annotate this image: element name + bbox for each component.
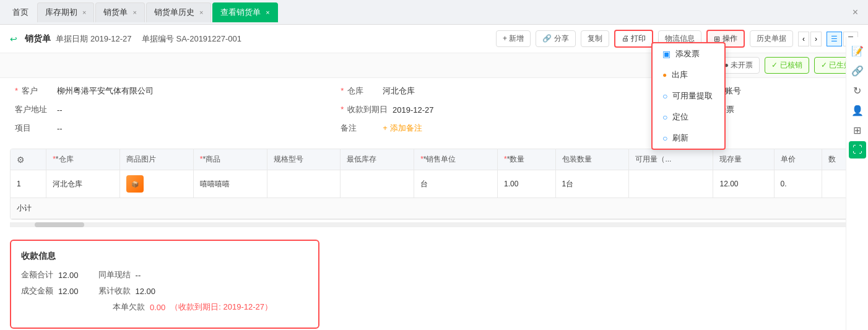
- history-button[interactable]: 历史单据: [750, 30, 793, 47]
- due-date-value: 2019-12-27: [393, 105, 434, 115]
- project-value: --: [57, 124, 63, 133]
- sidebar-expand-icon[interactable]: ⛶: [849, 141, 866, 158]
- dropdown-item-add-invoice[interactable]: ▣ 添发票: [653, 43, 724, 64]
- row-sales-unit: 台: [414, 170, 498, 198]
- debt-date: （收款到期日: 2019-12-27）: [170, 302, 272, 313]
- col-pack-qty: 包装数量: [555, 149, 629, 170]
- tab-view-sales-close[interactable]: ×: [266, 9, 269, 16]
- payment-debt: 本单欠款 0.00 （收款到期日: 2019-12-27）: [113, 302, 272, 313]
- payment-info: 收款信息 金额合计 12.00 同单现结 -- 成交金额 12.00 累计收款: [10, 240, 319, 329]
- sidebar-user-icon[interactable]: 👤: [849, 102, 866, 119]
- cumulative-label: 累计收款: [98, 285, 131, 297]
- sidebar-table-icon[interactable]: ⊞: [849, 121, 866, 139]
- nav-next[interactable]: ›: [810, 32, 822, 46]
- doc-number-value: SA-20191227-001: [176, 34, 242, 43]
- dropdown-item-locate[interactable]: ○ 定位: [653, 106, 724, 128]
- doc-title: 销货单: [25, 33, 51, 45]
- locate-icon: ○: [662, 112, 667, 122]
- col-gear[interactable]: ⚙: [11, 149, 46, 170]
- col-unit-price: 单价: [774, 149, 822, 170]
- window-close-button[interactable]: ×: [848, 4, 863, 20]
- note-label: 备注: [341, 123, 378, 134]
- row-num: 1: [11, 170, 46, 198]
- form-row-1: * 客户 柳州粤港平安气体有限公司 * 仓库 河北仓库 业务员 演示账号: [15, 85, 853, 97]
- project-label: 项目: [15, 123, 52, 134]
- gear-icon[interactable]: ⚙: [17, 155, 25, 165]
- nav-prev[interactable]: ‹: [798, 32, 809, 46]
- table-header-row: ⚙ **仓库 商品图片 **商品 规格型号 最低库存 **销售单位 **数量 包…: [11, 149, 857, 170]
- payment-title: 收款信息: [21, 251, 308, 262]
- col-quantity: **数量: [498, 149, 556, 170]
- warehouse-label: * 仓库: [341, 85, 378, 97]
- tab-sales-order-label: 销货单: [103, 7, 128, 18]
- sidebar-rotate-icon[interactable]: ↻: [849, 82, 866, 99]
- tab-home[interactable]: 首页: [5, 2, 36, 22]
- data-table: ⚙ **仓库 商品图片 **商品 规格型号 最低库存 **销售单位 **数量 包…: [11, 149, 857, 219]
- qty-extract-label: 可用量提取: [672, 90, 713, 102]
- sidebar-edit-icon[interactable]: 📝: [849, 42, 866, 59]
- row-pack-qty: 1台: [555, 170, 629, 198]
- tab-view-sales-label: 查看销货单: [220, 7, 261, 18]
- customer-field: * 客户 柳州粤港平安气体有限公司: [15, 85, 326, 97]
- payment-settle: 同单现结 --: [98, 269, 141, 280]
- dropdown-item-out-warehouse[interactable]: ● 出库: [653, 64, 724, 85]
- row-current-stock: 12.00: [713, 170, 774, 198]
- form-row-3: 项目 -- 备注 + 添加备注 * 业务员孟 --: [15, 123, 853, 134]
- payment-row-3: 本单欠款 0.00 （收款到期日: 2019-12-27）: [21, 302, 308, 313]
- req-star-2: *: [341, 86, 344, 95]
- add-invoice-label: 添发票: [675, 48, 700, 59]
- product-image: 📦: [126, 175, 144, 193]
- total-label: 金额合计: [21, 269, 53, 280]
- toolbar: ↩ 销货单 单据日期 2019-12-27 单据编号 SA-20191227-0…: [0, 25, 868, 53]
- settle-label: 同单现结: [98, 269, 131, 280]
- col-warehouse: **仓库: [46, 149, 120, 170]
- checked-button[interactable]: ✓ 已核销: [765, 57, 809, 74]
- payment-row-2: 成交金额 12.00 累计收款 12.00: [21, 285, 308, 297]
- due-date-field: * 收款到期日 2019-12-27: [341, 104, 651, 115]
- dropdown-item-refresh[interactable]: ○ 刷新: [653, 128, 724, 149]
- tab-inventory-init[interactable]: 库存期初 ×: [37, 2, 94, 22]
- tab-sales-history-close[interactable]: ×: [199, 9, 203, 16]
- doc-meta: 单据日期 2019-12-27 单据编号 SA-20191227-001: [56, 33, 241, 45]
- col-available: 可用量（...: [629, 149, 713, 170]
- address-value: --: [57, 105, 63, 115]
- tab-sales-order[interactable]: 销货单 ×: [95, 2, 144, 22]
- qty-extract-icon: ○: [662, 91, 667, 101]
- tab-sales-order-close[interactable]: ×: [132, 9, 136, 16]
- row-min-stock: [341, 170, 414, 198]
- row-unit-price: 0.: [774, 170, 822, 198]
- row-available: [629, 170, 713, 198]
- warehouse-value: 河北仓库: [383, 85, 415, 97]
- tab-inventory-init-close[interactable]: ×: [82, 9, 86, 16]
- print-button[interactable]: 🖨 打印: [614, 30, 653, 48]
- share-button[interactable]: 🔗 分享: [536, 30, 575, 47]
- row-warehouse: 河北仓库: [46, 170, 120, 198]
- add-invoice-icon: ▣: [662, 49, 671, 59]
- horizontal-scrollbar[interactable]: [10, 222, 858, 227]
- nav-arrows: ‹ ›: [798, 32, 822, 46]
- col-min-stock: 最低库存: [341, 149, 414, 170]
- deal-value: 12.00: [58, 287, 79, 296]
- deal-label: 成交金额: [21, 285, 53, 297]
- tab-sales-history[interactable]: 销货单历史 ×: [146, 2, 211, 22]
- copy-button[interactable]: 复制: [581, 30, 609, 47]
- col-sales-unit: **销售单位: [414, 149, 498, 170]
- debt-value: 0.00: [150, 303, 165, 312]
- note-field: 备注 + 添加备注: [341, 123, 651, 134]
- debt-label: 本单欠款: [113, 302, 145, 313]
- tab-view-sales[interactable]: 查看销货单 ×: [212, 2, 277, 22]
- sidebar-link-icon[interactable]: 🔗: [849, 62, 866, 79]
- refresh-icon: ○: [662, 133, 667, 143]
- form-section: * 客户 柳州粤港平安气体有限公司 * 仓库 河北仓库 业务员 演示账号 客户地…: [0, 78, 868, 149]
- out-warehouse-label: 出库: [672, 69, 688, 80]
- row-quantity: 1.00: [498, 170, 556, 198]
- note-add-btn[interactable]: + 添加备注: [383, 123, 422, 134]
- new-button[interactable]: + 新增: [496, 30, 531, 47]
- customer-value: 柳州粤港平安气体有限公司: [57, 85, 154, 97]
- dropdown-item-qty-extract[interactable]: ○ 可用量提取: [653, 85, 724, 106]
- view-list-btn[interactable]: ☰: [827, 32, 842, 46]
- scrollbar-thumb[interactable]: [35, 222, 84, 227]
- warehouse-field: * 仓库 河北仓库: [341, 85, 651, 97]
- due-date-label: * 收款到期日: [341, 104, 388, 115]
- col-product: **商品: [193, 149, 267, 170]
